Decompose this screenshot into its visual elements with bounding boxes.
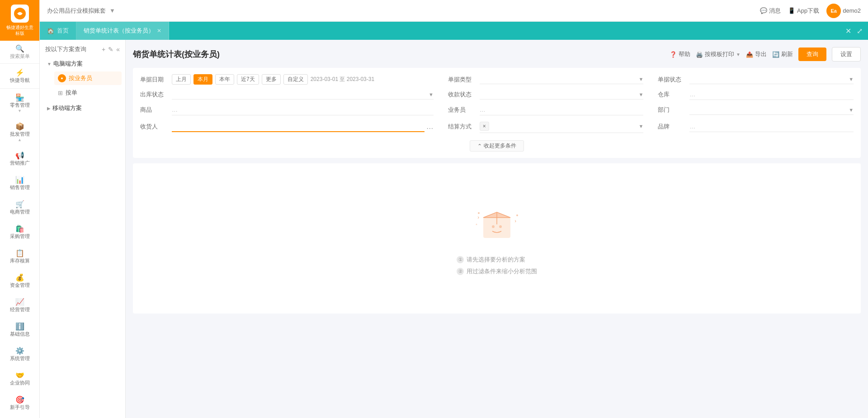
date-btn-this-month[interactable]: 本月	[193, 74, 212, 85]
payment-status-select[interactable]: ▼	[480, 90, 644, 100]
filter-warehouse: 仓库 …	[658, 89, 854, 100]
sidebar-item-basic[interactable]: ℹ️ 基础信息	[0, 318, 39, 342]
warehouse-select[interactable]: …	[689, 89, 854, 100]
goods-select[interactable]: …	[172, 104, 434, 115]
date-btn-this-year[interactable]: 本年	[215, 74, 234, 85]
refresh-btn[interactable]: 🔄 刷新	[772, 50, 793, 58]
help-btn[interactable]: ❓ 帮助	[670, 50, 690, 58]
stock-status-select[interactable]: ▼	[172, 90, 434, 100]
brand-select[interactable]: …	[689, 121, 854, 132]
refresh-label: 刷新	[781, 50, 793, 58]
left-panel: 按以下方案查询 + ✎ « ▼ 电脑端方案 ●	[40, 40, 126, 418]
print-dropdown-icon: ▼	[736, 52, 741, 57]
page-content: 按以下方案查询 + ✎ « ▼ 电脑端方案 ●	[40, 40, 868, 418]
export-btn[interactable]: 📤 导出	[746, 50, 767, 58]
system-icon: ⚙️	[15, 347, 24, 355]
collapse-more-btn[interactable]: ⌃ 收起更多条件	[470, 140, 524, 152]
edit-plan-btn[interactable]: ✎	[108, 46, 113, 53]
hint1-num: ①	[457, 256, 464, 263]
tab-close-icon[interactable]: ✕	[157, 28, 161, 34]
filter-row-2: 出库状态 ▼ 收款状态 ▼	[140, 89, 854, 100]
inventory-icon: 📋	[15, 249, 24, 257]
date-btn-last-month[interactable]: 上月	[172, 74, 191, 85]
collapse-row: ⌃ 收起更多条件	[140, 138, 854, 152]
sidebar-item-marketing[interactable]: 📢 营销推广	[0, 147, 39, 171]
marketing-icon: 📢	[15, 151, 24, 160]
sidebar-item-newbie[interactable]: 🎯 新手引导	[0, 391, 39, 415]
user-profile[interactable]: Ea demo2	[826, 4, 861, 18]
sidebar-item-retail[interactable]: 🏪 零售管理 ▼	[0, 89, 39, 118]
filter-doc-type: 单据类型 ▼	[448, 75, 644, 84]
svg-point-4	[516, 214, 518, 216]
settings-btn[interactable]: 设置	[832, 47, 861, 62]
sidebar-item-operations[interactable]: 📈 经营管理	[0, 293, 39, 318]
template-print-btn[interactable]: 🖨️ 按模板打印 ▼	[696, 50, 741, 58]
topbar: 办公用品行业模拟账套 ▼ 💬 消息 📱 App下载 Ea demo2	[40, 0, 868, 22]
add-plan-btn[interactable]: +	[102, 46, 105, 53]
sidebar-item-purchase[interactable]: 🛍️ 采购管理	[0, 220, 39, 244]
receiver-input[interactable]	[172, 121, 425, 132]
payment-status-arrow: ▼	[639, 92, 644, 97]
receiver-dots[interactable]: …	[426, 123, 434, 131]
stock-status-label: 出库状态	[140, 90, 172, 99]
pc-plan-parent[interactable]: ▼ 电脑端方案	[43, 57, 122, 71]
sidebar-item-system[interactable]: ⚙️ 系统管理	[0, 342, 39, 366]
date-btn-7days[interactable]: 近7天	[237, 74, 259, 85]
sidebar-item-enterprise[interactable]: 🤝 企业协同	[0, 366, 39, 391]
system-label: 系统管理	[10, 355, 30, 362]
purchase-label: 采购管理	[10, 233, 30, 240]
page-title-bar: 销货单统计表(按业务员) ❓ 帮助 🖨️ 按模板打印 ▼ 📤	[133, 47, 861, 62]
filter-row-1: 单据日期 上月 本月 本年 近7天 更多 自定义 2023-03-01 至 20…	[140, 74, 854, 85]
download-icon: 📱	[788, 7, 795, 14]
sidebar-item-inventory[interactable]: 📋 库存核算	[0, 244, 39, 269]
right-content: 销货单统计表(按业务员) ❓ 帮助 🖨️ 按模板打印 ▼ 📤	[126, 40, 868, 418]
app-download-btn[interactable]: 📱 App下载	[788, 7, 819, 15]
tab-sales-stat[interactable]: 销货单统计表（按业务员） ✕	[76, 22, 169, 40]
staff-select[interactable]: …	[480, 104, 644, 115]
goods-placeholder: …	[172, 106, 178, 113]
tab-home[interactable]: 🏠 首页	[40, 22, 76, 40]
pc-plan-label: 电脑端方案	[53, 60, 83, 68]
plan-by-order[interactable]: ⊞ 按单	[54, 86, 122, 100]
doc-type-select[interactable]: ▼	[480, 75, 644, 84]
sidebar-item-sales[interactable]: 📊 销售管理	[0, 171, 39, 195]
date-btn-custom[interactable]: 自定义	[283, 74, 308, 85]
sidebar-item-ecommerce[interactable]: 🛒 电商管理	[0, 195, 39, 220]
empty-text: ① 请先选择要分析的方案 ② 用过滤条件来缩小分析范围	[457, 254, 537, 277]
tab-home-label: 首页	[57, 27, 69, 35]
payment-method-tag-close[interactable]: ×	[483, 123, 486, 129]
plan-by-staff[interactable]: ● 按业务员	[54, 71, 122, 85]
tabbar: 🏠 首页 销货单统计表（按业务员） ✕ ✕ ⤢	[40, 22, 868, 40]
message-btn[interactable]: 💬 消息	[760, 7, 781, 15]
query-btn[interactable]: 查询	[798, 48, 826, 61]
empty-state: ① 请先选择要分析的方案 ② 用过滤条件来缩小分析范围	[133, 163, 861, 314]
sidebar-quicknav[interactable]: ⚡ 快捷导航	[0, 64, 39, 89]
tab-maximize-btn[interactable]: ⤢	[855, 25, 864, 37]
sidebar-search[interactable]: 🔍 搜索菜单	[0, 41, 39, 64]
receiver-label: 收货人	[140, 123, 172, 131]
doc-status-select[interactable]: ▼	[689, 75, 854, 84]
mobile-plan-arrow: ▶	[47, 106, 51, 111]
department-select[interactable]: ▼	[689, 105, 854, 115]
collapse-panel-btn[interactable]: «	[116, 46, 120, 53]
department-label: 部门	[658, 106, 689, 114]
sidebar-item-wholesale[interactable]: 📦 批发管理 ▲	[0, 118, 39, 147]
wholesale-label: 批发管理	[10, 131, 30, 138]
newbie-label: 新手引导	[10, 404, 30, 411]
enterprise-label: 企业协同	[10, 380, 30, 386]
tab-sales-stat-label: 销货单统计表（按业务员）	[84, 27, 154, 35]
topbar-dropdown-icon[interactable]: ▼	[109, 7, 115, 14]
left-panel-header-icons: + ✎ «	[102, 46, 120, 53]
logo-area[interactable]: 畅捷通好生意 标版	[0, 0, 39, 41]
mobile-plan-parent[interactable]: ▶ 移动端方案	[43, 101, 122, 115]
date-btn-more[interactable]: 更多	[262, 74, 281, 85]
sidebar-quicknav-label: 快捷导航	[10, 77, 30, 84]
sidebar-item-finance[interactable]: 💰 资金管理	[0, 269, 39, 293]
sidebar-item-apps[interactable]: 🔲 应用中心	[0, 415, 39, 418]
sales-icon: 📊	[15, 176, 24, 184]
tab-close-window-btn[interactable]: ✕	[844, 25, 853, 37]
filter-row-4: 收货人 … 结算方式 ×	[140, 120, 854, 133]
svg-point-3	[478, 212, 480, 214]
warehouse-placeholder: …	[689, 91, 695, 98]
ecommerce-label: 电商管理	[10, 209, 30, 215]
